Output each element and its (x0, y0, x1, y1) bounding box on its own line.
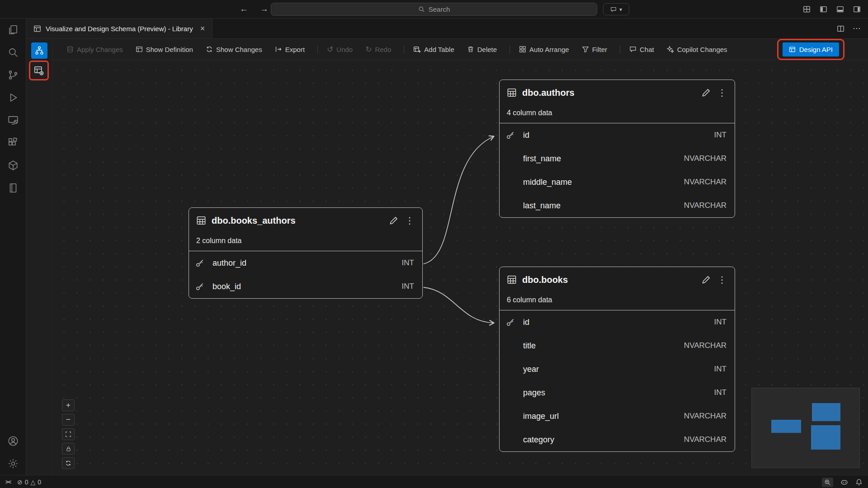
column-row-year[interactable]: yearINT (500, 357, 735, 381)
notifications-bell-icon[interactable] (855, 479, 863, 486)
table-menu-icon[interactable]: ⋮ (404, 215, 415, 226)
fk-edge-book[interactable] (424, 287, 494, 323)
column-name: book_id (212, 282, 241, 291)
editor-actions-more-icon[interactable]: ⋯ (853, 23, 861, 33)
table-grid-icon (507, 88, 517, 98)
copilot-status-icon[interactable] (840, 479, 848, 486)
column-row-middle_name[interactable]: middle_nameNVARCHAR (500, 170, 735, 194)
source-control-icon[interactable] (7, 69, 19, 81)
search-sidebar-icon[interactable] (7, 47, 19, 58)
table-menu-icon[interactable]: ⋮ (717, 274, 727, 285)
command-center-search[interactable]: Search (271, 3, 597, 16)
lock-button[interactable] (62, 443, 75, 455)
column-row-id[interactable]: idINT (500, 310, 735, 334)
redo-label: Redo (375, 46, 391, 53)
primary-key-icon (195, 282, 208, 291)
search-placeholder: Search (429, 5, 450, 13)
undo-button[interactable]: ↺ Undo (327, 46, 353, 53)
copilot-changes-button[interactable]: Copilot Changes (667, 46, 727, 53)
fit-view-button[interactable] (62, 428, 75, 440)
design-api-label: Design API (799, 46, 833, 53)
table-grid-icon (196, 216, 206, 225)
database-icon[interactable] (7, 160, 19, 171)
column-type: NVARCHAR (684, 435, 726, 444)
add-table-label: Add Table (424, 46, 454, 53)
zoom-in-button[interactable]: + (62, 399, 75, 411)
minimap[interactable] (751, 388, 860, 468)
design-api-icon (789, 46, 796, 53)
toggle-secondary-sidebar-icon[interactable] (853, 5, 861, 13)
column-row-first_name[interactable]: first_nameNVARCHAR (500, 147, 735, 170)
column-name: image_url (523, 412, 559, 421)
show-definition-button[interactable]: Show Definition (136, 46, 193, 53)
show-changes-label: Show Changes (216, 46, 262, 53)
column-type: INT (714, 318, 726, 327)
column-row-author_id[interactable]: author_idINT (189, 251, 422, 275)
annotation-box-table-tool (29, 61, 49, 80)
extensions-icon[interactable] (7, 137, 19, 149)
zoom-controls: + − (62, 399, 75, 469)
export-button[interactable]: Export (275, 46, 305, 53)
schema-canvas[interactable]: dbo.books_authors ⋮ 2 column data author… (53, 60, 868, 475)
account-icon[interactable] (7, 435, 19, 447)
primary-key-icon (506, 318, 519, 327)
edit-table-icon[interactable] (389, 216, 399, 225)
table-menu-icon[interactable]: ⋮ (717, 87, 727, 98)
run-debug-icon[interactable] (7, 92, 19, 103)
column-row-id[interactable]: idINT (500, 123, 735, 147)
table-subtitle: 4 column data (500, 105, 735, 123)
export-label: Export (285, 46, 305, 53)
customize-layout-icon[interactable] (803, 5, 811, 13)
split-editor-icon[interactable] (837, 25, 844, 33)
column-row-image_url[interactable]: image_urlNVARCHAR (500, 404, 735, 428)
nav-back-icon[interactable]: ← (240, 4, 248, 14)
problems-indicator[interactable]: ⊘ 0 △ 0 (17, 479, 41, 486)
delete-button[interactable]: Delete (467, 46, 497, 53)
tab-visualize-schema[interactable]: Visualize and Design Schema (Preview) - … (26, 19, 212, 38)
refresh-layout-button[interactable] (62, 457, 75, 469)
table-settings-tool-button[interactable] (33, 65, 45, 76)
zoom-status-icon[interactable] (822, 478, 833, 487)
filter-funnel-icon (582, 46, 589, 53)
column-row-last_name[interactable]: last_nameNVARCHAR (500, 194, 735, 217)
add-table-icon (413, 46, 421, 53)
remote-indicator-icon[interactable]: >< (5, 479, 11, 485)
edit-table-icon[interactable] (701, 88, 711, 98)
column-row-pages[interactable]: pagesINT (500, 381, 735, 404)
filter-button[interactable]: Filter (582, 46, 607, 53)
apply-changes-button[interactable]: Apply Changes (66, 46, 123, 53)
auto-arrange-label: Auto Arrange (529, 46, 569, 53)
nav-forward-icon[interactable]: → (260, 4, 269, 14)
add-table-button[interactable]: Add Table (413, 46, 454, 53)
edit-table-icon[interactable] (701, 275, 711, 285)
show-changes-button[interactable]: Show Changes (206, 46, 262, 53)
toggle-panel-icon[interactable] (836, 5, 844, 13)
schema-visualize-tool-button[interactable] (31, 42, 47, 59)
table-columns: author_idINTbook_idINT (189, 251, 422, 298)
entity-table-authors[interactable]: dbo.authors ⋮ 4 column data idINTfirst_n… (499, 80, 735, 218)
column-name: author_id (212, 258, 246, 268)
chat-button[interactable]: Chat (629, 46, 654, 53)
remote-explorer-icon[interactable] (7, 114, 19, 126)
copilot-menu-button[interactable]: ▾ (603, 3, 629, 15)
tab-close-icon[interactable]: × (200, 24, 205, 33)
auto-arrange-button[interactable]: Auto Arrange (519, 46, 569, 53)
fk-edge-author[interactable] (424, 136, 494, 264)
files-icon[interactable] (7, 24, 19, 36)
schema-designer-tab-icon (33, 25, 41, 33)
entity-table-books[interactable]: dbo.books ⋮ 6 column data idINTtitleNVAR… (499, 267, 735, 452)
toggle-primary-sidebar-icon[interactable] (820, 5, 827, 13)
redo-button[interactable]: ↻ Redo (365, 46, 391, 53)
column-row-title[interactable]: titleNVARCHAR (500, 334, 735, 357)
redo-icon: ↻ (365, 46, 372, 53)
database-projects-icon[interactable] (7, 182, 19, 194)
column-row-category[interactable]: categoryNVARCHAR (500, 428, 735, 451)
entity-table-books-authors[interactable]: dbo.books_authors ⋮ 2 column data author… (189, 207, 423, 299)
settings-gear-icon[interactable] (7, 458, 19, 469)
column-row-book_id[interactable]: book_idINT (189, 275, 422, 298)
minimap-table-books-authors (771, 420, 801, 433)
design-api-button[interactable]: Design API (783, 42, 839, 56)
column-type: INT (402, 282, 414, 291)
column-type: INT (714, 365, 726, 374)
zoom-out-button[interactable]: − (62, 414, 75, 426)
